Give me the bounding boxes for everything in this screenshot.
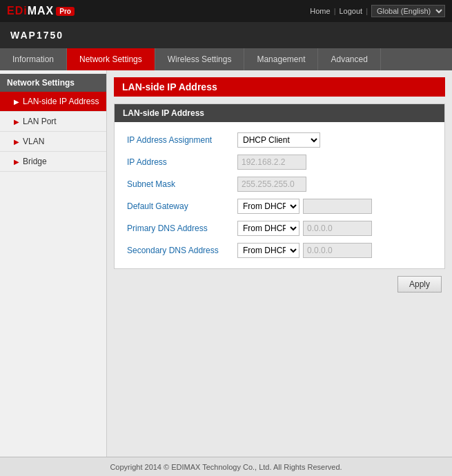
- table-row: IP Address: [121, 151, 438, 173]
- label-subnet-mask: Subnet Mask: [121, 173, 232, 195]
- nav-item-wireless-settings[interactable]: Wireless Settings: [155, 48, 245, 70]
- section-content: IP Address Assignment DHCP Client Static…: [115, 122, 444, 268]
- field-secondary-dns: From DHCP Manual: [232, 239, 438, 261]
- main-layout: Network Settings ▶ LAN-side IP Address ▶…: [0, 70, 452, 457]
- language-select[interactable]: Global (English): [371, 5, 445, 17]
- table-row: Subnet Mask: [121, 173, 438, 195]
- logo-pro: Pro: [56, 7, 75, 16]
- field-ip-address: [232, 151, 438, 173]
- nav-bar: Information Network Settings Wireless Se…: [0, 48, 452, 70]
- arrow-icon: ▶: [14, 98, 19, 106]
- subnet-mask-input: [237, 177, 306, 192]
- footer-text: Copyright 2014 © EDIMAX Technology Co., …: [110, 463, 342, 471]
- device-name: WAP1750: [10, 30, 63, 41]
- table-row: Primary DNS Address From DHCP Manual: [121, 217, 438, 239]
- label-primary-dns: Primary DNS Address: [121, 217, 232, 239]
- content-area: LAN-side IP Address LAN-side IP Address …: [107, 70, 452, 457]
- arrow-icon: ▶: [14, 158, 19, 166]
- nav-item-network-settings[interactable]: Network Settings: [67, 48, 155, 70]
- nav-item-advanced[interactable]: Advanced: [318, 48, 380, 70]
- sidebar-title: Network Settings: [0, 74, 106, 92]
- default-gateway-input: [303, 199, 372, 214]
- sidebar-item-label: VLAN: [23, 137, 44, 146]
- table-row: IP Address Assignment DHCP Client Static…: [121, 129, 438, 151]
- sidebar-item-label: LAN Port: [23, 117, 57, 126]
- primary-dns-select[interactable]: From DHCP Manual: [237, 221, 299, 236]
- label-secondary-dns: Secondary DNS Address: [121, 239, 232, 261]
- arrow-icon: ▶: [14, 138, 19, 146]
- nav-item-information[interactable]: Information: [0, 48, 67, 70]
- table-row: Default Gateway From DHCP Manual: [121, 195, 438, 217]
- label-default-gateway: Default Gateway: [121, 195, 232, 217]
- field-ip-assignment: DHCP Client Static IP: [232, 129, 438, 151]
- arrow-icon: ▶: [14, 118, 19, 126]
- page-header: LAN-side IP Address: [114, 77, 445, 97]
- home-link[interactable]: Home: [310, 7, 330, 15]
- sidebar-item-label: Bridge: [23, 157, 47, 166]
- sidebar-item-label: LAN-side IP Address: [23, 97, 99, 106]
- header-right: Home | Logout | Global (English): [310, 5, 445, 17]
- default-gateway-control: From DHCP Manual: [237, 199, 432, 214]
- sidebar-item-bridge[interactable]: ▶ Bridge: [0, 152, 106, 172]
- section-title: LAN-side IP Address: [115, 104, 444, 122]
- nav-item-management[interactable]: Management: [244, 48, 318, 70]
- section-box: LAN-side IP Address IP Address Assignmen…: [114, 103, 445, 269]
- secondary-dns-select[interactable]: From DHCP Manual: [237, 243, 299, 258]
- field-primary-dns: From DHCP Manual: [232, 217, 438, 239]
- apply-button[interactable]: Apply: [397, 276, 442, 292]
- device-bar: WAP1750: [0, 22, 452, 48]
- ip-assignment-select[interactable]: DHCP Client Static IP: [237, 132, 320, 148]
- secondary-dns-control: From DHCP Manual: [237, 243, 432, 258]
- footer: Copyright 2014 © EDIMAX Technology Co., …: [0, 457, 452, 476]
- sidebar-item-lan-ip[interactable]: ▶ LAN-side IP Address: [0, 92, 106, 112]
- sidebar-item-vlan[interactable]: ▶ VLAN: [0, 132, 106, 152]
- ip-assignment-control: DHCP Client Static IP: [237, 132, 432, 148]
- logo: EDiMAX Pro: [7, 5, 75, 17]
- secondary-dns-input: [303, 243, 372, 258]
- label-ip-address: IP Address: [121, 151, 232, 173]
- table-row: Secondary DNS Address From DHCP Manual: [121, 239, 438, 261]
- apply-section: Apply: [114, 269, 445, 299]
- field-default-gateway: From DHCP Manual: [232, 195, 438, 217]
- label-ip-assignment: IP Address Assignment: [121, 129, 232, 151]
- primary-dns-control: From DHCP Manual: [237, 221, 432, 236]
- header: EDiMAX Pro Home | Logout | Global (Engli…: [0, 0, 452, 22]
- form-table: IP Address Assignment DHCP Client Static…: [121, 129, 438, 261]
- logout-link[interactable]: Logout: [339, 7, 362, 15]
- logo-edimax: EDiMAX: [7, 5, 54, 17]
- ip-address-input: [237, 155, 306, 170]
- sidebar: Network Settings ▶ LAN-side IP Address ▶…: [0, 70, 107, 457]
- field-subnet-mask: [232, 173, 438, 195]
- primary-dns-input: [303, 221, 372, 236]
- sidebar-item-lan-port[interactable]: ▶ LAN Port: [0, 112, 106, 132]
- default-gateway-select[interactable]: From DHCP Manual: [237, 199, 299, 214]
